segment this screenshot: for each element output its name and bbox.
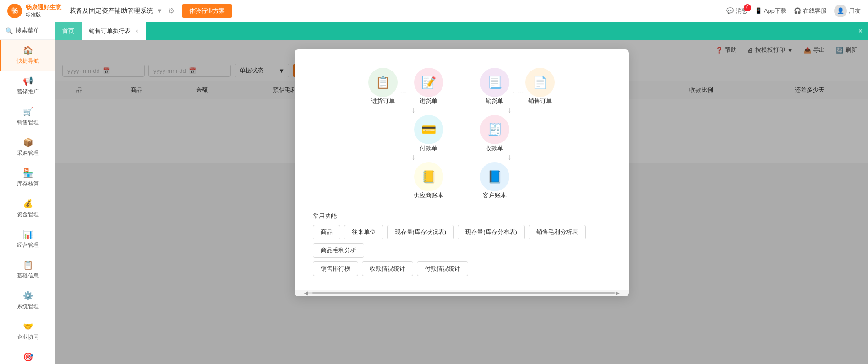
sidebar-item-system[interactable]: ⚙️ 系统管理 — [0, 285, 55, 316]
function-buttons: 商品 往来单位 现存量(库存状况表) 现存量(库存分布表) 销售毛利分析表 商品… — [313, 225, 611, 258]
app-download-item[interactable]: 📱 App下载 — [755, 7, 786, 15]
func-btn-partner[interactable]: 往来单位 — [344, 225, 383, 239]
node-sales-order[interactable]: 📄 销售订单 — [525, 68, 555, 105]
sidebar: 🔍 搜索菜单 🏠 快捷导航 📢 营销推广 🛒 销售管理 📦 采购管理 🏪 — [0, 22, 55, 364]
func-btn-sales-margin[interactable]: 销售毛利分析表 — [529, 225, 586, 239]
header-right: 💬 消息 6 📱 App下载 🎧 在线客服 👤 用友 — [726, 5, 861, 17]
phone-icon: 📱 — [755, 7, 762, 14]
node-receipt-bill[interactable]: 🧾 收款单 — [480, 115, 509, 152]
logo-icon: 畅 — [7, 4, 22, 18]
sidebar-item-sales[interactable]: 🛒 销售管理 — [0, 101, 55, 132]
sales-order-label: 销售订单 — [528, 97, 552, 105]
purchase-order-label: 进货订单 — [371, 97, 395, 105]
sidebar-item-operation[interactable]: 📊 经营管理 — [0, 224, 55, 255]
sidebar-item-finance[interactable]: 💰 资金管理 — [0, 193, 55, 224]
content-area: 首页 销售订单执行表 × × ❓ 帮助 🖨 — [55, 22, 868, 364]
func-btn-stock-status[interactable]: 现存量(库存状况表) — [387, 225, 454, 239]
sales-icon: 🛒 — [23, 107, 33, 117]
scroll-right-arrow[interactable]: ▶ — [616, 290, 620, 296]
system-title-area: 装备及固定资产辅助管理系统 ▼ ⚙ 体验行业方案 — [62, 4, 726, 18]
main-area: 🔍 搜索菜单 🏠 快捷导航 📢 营销推广 🛒 销售管理 📦 采购管理 🏪 — [0, 22, 868, 364]
supplier-ledger-label: 供应商账本 — [414, 191, 443, 200]
func-btn-payment-stats[interactable]: 付款情况统计 — [417, 261, 468, 276]
modal-inner: 📋 进货订单 - - - → — [295, 49, 629, 290]
newbie-icon: 🎯 — [23, 352, 33, 362]
divider — [313, 208, 611, 208]
purchase-icon: 📦 — [23, 137, 33, 147]
message-badge: 6 — [744, 4, 751, 11]
func-btn-stock-dist[interactable]: 现存量(库存分布表) — [458, 225, 525, 239]
sales-bill-label: 销货单 — [486, 97, 503, 105]
sidebar-item-marketing[interactable]: 📢 营销推广 — [0, 71, 55, 101]
down-arrow-pb: ↓ — [383, 105, 444, 115]
arrow-po-to-pb: - - - → — [398, 88, 414, 95]
sidebar-item-collab[interactable]: 🤝 企业协同 — [0, 316, 55, 347]
tab-bar: 首页 销售订单执行表 × × — [55, 22, 868, 40]
service-icon: 🎧 — [794, 7, 801, 14]
dropdown-icon[interactable]: ▼ — [157, 7, 163, 14]
scroll-left-arrow[interactable]: ◀ — [304, 290, 308, 296]
modal-scrollbar[interactable]: ◀ ▶ — [295, 290, 629, 296]
online-service-item[interactable]: 🎧 在线客服 — [794, 7, 827, 15]
marketing-icon: 📢 — [23, 76, 33, 86]
message-icon: 💬 — [726, 7, 734, 14]
logo-area: 畅 畅康通好生意 标准版 — [7, 4, 62, 18]
tab-home[interactable]: 首页 — [55, 22, 82, 40]
func-btn-receipt-stats[interactable]: 收款情况统计 — [362, 261, 413, 276]
func-btn-product[interactable]: 商品 — [313, 225, 340, 239]
collab-icon: 🤝 — [23, 321, 33, 331]
sidebar-item-purchase[interactable]: 📦 采购管理 — [0, 132, 55, 163]
row-arrows-down: ↓ ↓ — [322, 105, 601, 115]
search-icon: 🔍 — [5, 27, 13, 34]
inventory-icon: 🏪 — [23, 168, 33, 178]
func-btn-product-margin[interactable]: 商品毛利分析 — [313, 243, 364, 258]
settings-icon[interactable]: ⚙ — [168, 6, 175, 15]
trial-button[interactable]: 体验行业方案 — [182, 4, 232, 18]
common-functions: 常用功能 商品 往来单位 现存量(库存状况表) 现存量(库存分布表) 销售毛利分… — [313, 212, 611, 281]
arrow-so-to-sb: ← - - - — [509, 88, 525, 95]
system-icon: ⚙️ — [23, 291, 33, 301]
home-icon: 🏠 — [23, 45, 33, 55]
system-title: 装备及固定资产辅助管理系统 — [70, 7, 153, 15]
close-all-tabs[interactable]: × — [853, 27, 868, 35]
search-menu[interactable]: 🔍 搜索菜单 — [0, 22, 55, 40]
down-arrow-pay: ↓ — [383, 152, 444, 162]
row-arrows-down2: ↓ ↓ — [322, 152, 601, 162]
payment-bill-icon: 💳 — [414, 115, 443, 144]
purchase-bill-icon: 📝 — [414, 68, 443, 97]
customer-ledger-icon: 📘 — [480, 162, 509, 191]
node-purchase-bill[interactable]: 📝 进货单 — [414, 68, 443, 105]
receipt-bill-icon: 🧾 — [480, 115, 509, 144]
finance-icon: 💰 — [23, 199, 33, 209]
sidebar-item-quick-nav[interactable]: 🏠 快捷导航 — [0, 40, 55, 71]
node-sales-bill[interactable]: 📃 销货单 — [480, 68, 509, 105]
sales-bill-icon: 📃 — [480, 68, 509, 97]
user-area[interactable]: 👤 用友 — [834, 5, 861, 17]
sales-order-icon: 📄 — [525, 68, 555, 97]
sidebar-item-basic[interactable]: 📋 基础信息 — [0, 255, 55, 285]
func-btn-sales-rank[interactable]: 销售排行榜 — [313, 261, 358, 276]
scroll-thumb — [312, 292, 615, 294]
function-buttons-row2: 销售排行榜 收款情况统计 付款情况统计 — [313, 261, 611, 276]
logo-text: 畅康通好生意 标准版 — [26, 4, 61, 18]
purchase-bill-label: 进货单 — [420, 97, 437, 105]
node-purchase-order[interactable]: 📋 进货订单 — [368, 68, 398, 105]
payment-bill-label: 付款单 — [420, 144, 437, 152]
node-supplier-ledger[interactable]: 📒 供应商账本 — [414, 162, 443, 200]
down-arrow-sb: ↓ — [479, 105, 540, 115]
common-functions-title: 常用功能 — [313, 212, 611, 220]
message-item[interactable]: 💬 消息 6 — [726, 7, 748, 15]
node-payment-bill[interactable]: 💳 付款单 — [414, 115, 443, 152]
flow-modal: 📋 进货订单 - - - → — [295, 49, 629, 296]
tab-close-icon[interactable]: × — [135, 28, 138, 34]
sidebar-item-newbie[interactable]: 🎯 新手引导 — [0, 347, 55, 364]
tab-sales-order-exec[interactable]: 销售订单执行表 × — [82, 22, 146, 40]
purchase-order-icon: 📋 — [368, 68, 398, 97]
modal-overlay[interactable]: 📋 进货订单 - - - → — [55, 40, 868, 364]
sidebar-item-inventory[interactable]: 🏪 库存核算 — [0, 163, 55, 193]
scroll-track[interactable] — [308, 292, 616, 294]
top-header: 畅 畅康通好生意 标准版 装备及固定资产辅助管理系统 ▼ ⚙ 体验行业方案 💬 … — [0, 0, 868, 22]
operation-icon: 📊 — [23, 229, 33, 239]
flow-diagram: 📋 进货订单 - - - → — [313, 63, 611, 204]
node-customer-ledger[interactable]: 📘 客户账本 — [480, 162, 509, 200]
